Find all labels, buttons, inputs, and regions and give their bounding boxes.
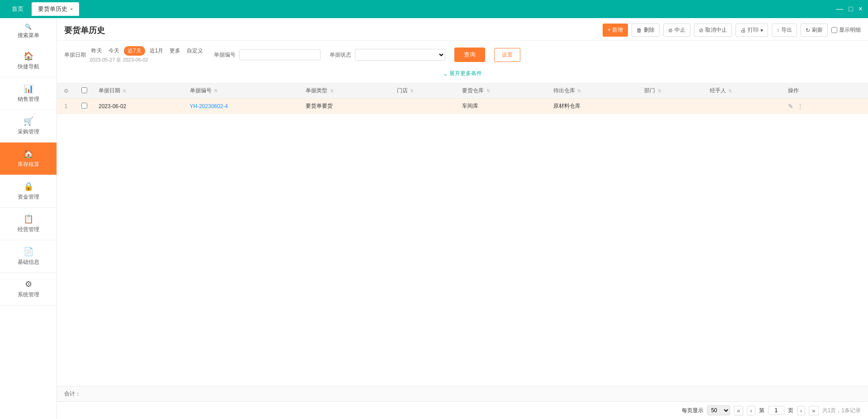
sidebar-item-basic[interactable]: 📄 基础信息 xyxy=(0,240,57,273)
col-billtype: 单据类型 ⇅ xyxy=(300,83,391,99)
prev-page-button[interactable]: ‹ xyxy=(747,406,755,415)
content-inner: 要货单历史 + 新增 🗑 删除 ⊘ 中止 ⊘ 取消中止 xyxy=(57,18,868,419)
lock-icon: 🔒 xyxy=(24,181,33,191)
search-icon: 🔍 xyxy=(25,24,32,30)
filter-row: 单据日期 昨天 今天 近7天 近1月 更多 自定义 2023-05-27 至 2… xyxy=(64,46,861,63)
display-detail-toggle[interactable]: 显示明细 xyxy=(831,26,861,34)
sort-icon-reqwh: ⇅ xyxy=(486,88,490,93)
pagination-bar: 每页显示 50 100 200 « ‹ 第 页 › » 共1页，1条记录 xyxy=(57,401,868,419)
cell-store xyxy=(392,99,457,114)
col-settings[interactable]: ⚙ xyxy=(57,83,75,99)
sidebar-label-finance: 资金管理 xyxy=(18,193,39,201)
home-icon: 🏠 xyxy=(24,51,33,61)
sidebar-item-finance[interactable]: 🔒 资金管理 xyxy=(0,175,57,208)
stop-icon: ⊘ xyxy=(668,27,673,33)
settings-button[interactable]: 设置 xyxy=(494,48,520,62)
date-btn-1month[interactable]: 近1月 xyxy=(148,46,165,56)
row-checkbox[interactable] xyxy=(81,103,87,109)
col-handler: 经手人 ⇅ xyxy=(704,83,783,99)
sidebar-label-sales: 销售管理 xyxy=(18,95,39,103)
total-label: 合计： xyxy=(64,390,80,397)
col-actions: 操作 xyxy=(783,83,868,99)
filter-area: 单据日期 昨天 今天 近7天 近1月 更多 自定义 2023-05-27 至 2… xyxy=(57,41,868,83)
print-button[interactable]: 🖨 打印 ▾ xyxy=(736,24,768,37)
tab-active[interactable]: 要货单历史 × xyxy=(32,2,79,16)
billno-link[interactable]: YH-20230602-4 xyxy=(190,103,228,110)
col-billno: 单据编号 ⇅ xyxy=(184,83,301,99)
sort-icon-date: ⇅ xyxy=(123,88,126,93)
select-all-checkbox[interactable] xyxy=(81,87,87,93)
maximize-button[interactable]: □ xyxy=(849,5,853,13)
sort-icon-dept: ⇅ xyxy=(658,88,661,93)
content-area: 要货单历史 + 新增 🗑 删除 ⊘ 中止 ⊘ 取消中止 xyxy=(57,18,868,419)
billno-filter-group: 单据编号 xyxy=(214,49,321,60)
date-options-row: 昨天 今天 近7天 近1月 更多 自定义 xyxy=(90,46,205,56)
cancel-stop-button[interactable]: ⊘ 取消中止 xyxy=(694,24,732,37)
sidebar-label-system: 系统管理 xyxy=(18,291,39,299)
col-checkbox[interactable] xyxy=(75,83,93,99)
cell-actions: ✎ ⋮ xyxy=(783,99,868,114)
sidebar-label-basic: 基础信息 xyxy=(18,258,39,266)
tab-home[interactable]: 首页 xyxy=(5,2,30,16)
delete-button[interactable]: 🗑 删除 xyxy=(632,24,660,37)
display-detail-checkbox[interactable] xyxy=(831,27,837,33)
query-button[interactable]: 查询 xyxy=(454,48,485,62)
export-icon: ↑ xyxy=(777,27,779,33)
page-number-input[interactable] xyxy=(768,406,784,415)
sidebar-item-sales[interactable]: 📊 销售管理 xyxy=(0,77,57,110)
status-filter-label: 单据状态 xyxy=(330,51,351,59)
first-page-button[interactable]: « xyxy=(734,406,743,415)
tab-active-label: 要货单历史 xyxy=(38,5,67,13)
sidebar-item-purchase[interactable]: 🛒 采购管理 xyxy=(0,110,57,143)
last-page-button[interactable]: » xyxy=(809,406,818,415)
expand-more-btn[interactable]: ⌄ 展开更多条件 xyxy=(64,66,861,77)
page-size-select[interactable]: 50 100 200 xyxy=(707,405,730,415)
cell-dept xyxy=(639,99,704,114)
date-btn-more[interactable]: 更多 xyxy=(168,46,182,56)
gear-icon: ⚙ xyxy=(25,279,32,289)
expand-icon: ⌄ xyxy=(443,71,448,77)
export-button[interactable]: ↑ 导出 xyxy=(772,24,797,37)
cell-billno[interactable]: YH-20230602-4 xyxy=(184,99,301,114)
date-btn-yesterday[interactable]: 昨天 xyxy=(90,46,104,56)
sidebar-item-inventory[interactable]: 🏠 库存核算 xyxy=(0,143,57,175)
status-select[interactable] xyxy=(355,49,445,61)
col-pendingwarehouse: 待出仓库 ⇅ xyxy=(548,83,639,99)
window-controls: — □ × xyxy=(836,5,863,13)
date-filter-group: 单据日期 昨天 今天 近7天 近1月 更多 自定义 2023-05-27 至 2… xyxy=(64,46,205,63)
date-btn-custom[interactable]: 自定义 xyxy=(185,46,205,56)
delete-icon: 🗑 xyxy=(637,27,642,33)
cell-date: 2023-06-02 xyxy=(93,99,184,114)
print-dropdown-icon: ▾ xyxy=(760,27,763,33)
billno-input[interactable] xyxy=(239,49,321,60)
tab-bar: 首页 要货单历史 × xyxy=(5,2,836,16)
print-icon: 🖨 xyxy=(741,27,746,33)
sort-icon-billno: ⇅ xyxy=(214,88,217,93)
sort-icon-handler: ⇅ xyxy=(728,88,732,93)
add-button[interactable]: + 新增 xyxy=(603,24,628,37)
window-close-button[interactable]: × xyxy=(859,5,863,13)
per-page-label: 每页显示 xyxy=(682,407,703,414)
sidebar-label-quick-nav: 快捷导航 xyxy=(18,63,39,71)
stop-button[interactable]: ⊘ 中止 xyxy=(663,24,690,37)
next-page-button[interactable]: › xyxy=(797,406,805,415)
date-btn-7days[interactable]: 近7天 xyxy=(124,46,145,56)
sidebar-item-system[interactable]: ⚙ 系统管理 xyxy=(0,273,57,305)
action-icons: ✎ ⋮ xyxy=(788,103,863,110)
minimize-button[interactable]: — xyxy=(836,5,843,13)
table-area: ⚙ 单据日期 ⇅ 单据编号 ⇅ xyxy=(57,83,868,386)
tab-close-icon[interactable]: × xyxy=(70,6,73,12)
sidebar-label-inventory: 库存核算 xyxy=(18,161,39,168)
chart-icon: 📊 xyxy=(24,84,33,94)
cell-checkbox[interactable] xyxy=(75,99,93,114)
more-icon[interactable]: ⋮ xyxy=(797,103,803,110)
page-end-label: 页 xyxy=(788,407,793,414)
sidebar-item-operation[interactable]: 📋 经营管理 xyxy=(0,208,57,240)
edit-icon[interactable]: ✎ xyxy=(788,103,793,110)
sidebar-search[interactable]: 🔍 搜索菜单 xyxy=(0,18,57,45)
refresh-button[interactable]: ↻ 刷新 xyxy=(801,24,828,37)
table-row: 1 2023-06-02 YH-20230602-4 要货单要货 车间库 xyxy=(57,99,868,114)
table-header-row: ⚙ 单据日期 ⇅ 单据编号 ⇅ xyxy=(57,83,868,99)
sidebar-item-quick-nav[interactable]: 🏠 快捷导航 xyxy=(0,45,57,77)
date-btn-today[interactable]: 今天 xyxy=(107,46,121,56)
